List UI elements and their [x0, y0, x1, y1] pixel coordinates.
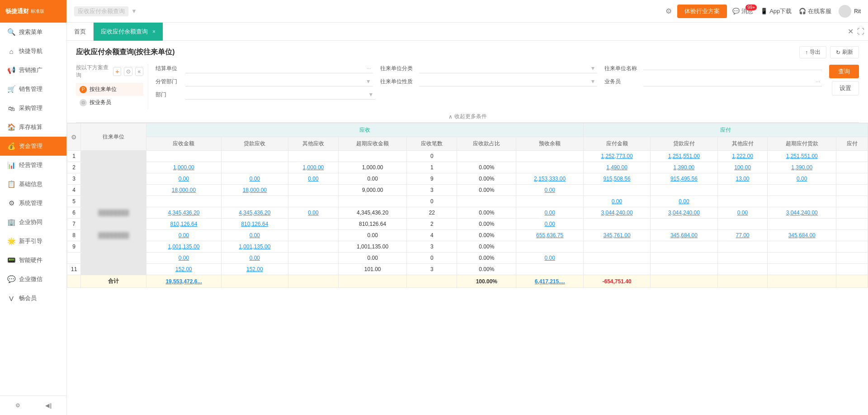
ar-loan[interactable]: 152.00	[221, 264, 288, 275]
add-scheme-btn[interactable]: +	[113, 67, 121, 76]
total-ar-amount[interactable]: 19,553,472,6...	[146, 275, 221, 288]
ar-amount[interactable]: 0.00	[146, 253, 221, 264]
ar-loan[interactable]: 1,001,135.00	[221, 241, 288, 253]
sidebar-item-operation[interactable]: 📊 经营管理	[0, 156, 66, 175]
partner-name-input[interactable]	[643, 67, 822, 70]
filter-partner-name: 往来单位名称	[604, 65, 822, 72]
ar-amount[interactable]: 152.00	[146, 264, 221, 275]
ar-prepaid[interactable]: 2,153,333.00	[516, 173, 583, 185]
partner-class-select[interactable]: ▼	[419, 64, 598, 73]
ar-loan[interactable]: 18,000.00	[221, 185, 288, 196]
tab-home[interactable]: 首页	[67, 23, 94, 41]
ap-amount[interactable]: 915,508.56	[583, 173, 650, 185]
ar-loan[interactable]: 0.00	[221, 253, 288, 264]
scheme-by-partner[interactable]: P 按往来单位	[76, 83, 143, 96]
ar-amount[interactable]: 810,126.64	[146, 219, 221, 230]
ap-other[interactable]: 100.00	[717, 162, 768, 173]
ar-prepaid[interactable]: 0.00	[516, 207, 583, 219]
dept-select[interactable]: ▼	[185, 77, 373, 86]
ap-loan[interactable]: 345,684.00	[651, 230, 717, 241]
ar-amount[interactable]: 18,000.00	[146, 185, 221, 196]
sidebar-item-corp[interactable]: 🏢 企业协同	[0, 213, 66, 232]
sidebar-item-guide[interactable]: 🌟 新手引导	[0, 232, 66, 251]
query-button[interactable]: 查询	[829, 65, 859, 78]
ap-overdue[interactable]: 3,044,240.00	[768, 207, 836, 219]
filter-fields: 结算单位 ··· 往来单位分类	[156, 64, 822, 109]
ar-amount[interactable]: 0.00	[146, 230, 221, 241]
ap-amount[interactable]: 0.00	[583, 196, 650, 207]
window-expand-btn[interactable]: ⛶	[857, 28, 864, 36]
sidebar-item-hardware[interactable]: 📟 智能硬件	[0, 251, 66, 270]
ar-prepaid[interactable]: 0.00	[516, 219, 583, 230]
ar-other[interactable]: 0.00	[288, 207, 339, 219]
ar-loan[interactable]: 810,126.64	[221, 219, 288, 230]
scheme-by-salesman[interactable]: ⊙ 按业务员	[76, 96, 143, 109]
ar-prepaid[interactable]: 0.00	[516, 185, 583, 196]
salesman-input[interactable]: ···	[643, 77, 822, 86]
ap-other[interactable]: 0.00	[717, 207, 768, 219]
sidebar-settings-btn[interactable]: ⚙	[4, 400, 33, 411]
ap-amount[interactable]: 345,761.00	[583, 230, 650, 241]
sidebar-item-marketing[interactable]: 📢 营销推广	[0, 61, 66, 80]
sidebar-item-search[interactable]: 🔍 搜索菜单	[0, 23, 66, 42]
message-btn[interactable]: 💬 消息 99+	[732, 7, 753, 15]
ar-other[interactable]: 0.00	[288, 173, 339, 185]
scheme-collapse-btn[interactable]: «	[135, 67, 143, 76]
ap-overdue[interactable]: 0.00	[768, 173, 836, 185]
sidebar-item-finance[interactable]: 💰 资金管理	[0, 137, 66, 156]
window-close-btn[interactable]: ✕	[848, 27, 854, 36]
ap-other[interactable]: 13.00	[717, 173, 768, 185]
ar-prepaid[interactable]: 0.00	[516, 253, 583, 264]
ap-overdue[interactable]: 1,251,551.00	[768, 151, 836, 162]
jiesuan-label: 结算单位	[156, 65, 183, 72]
export-button[interactable]: ↑ 导出	[799, 46, 826, 58]
ap-amount[interactable]: 1,252,773.00	[583, 151, 650, 162]
sidebar-collapse-btn[interactable]: ◀‖	[34, 400, 63, 411]
ar-amount[interactable]: 1,000.00	[146, 162, 221, 173]
scheme-settings-btn[interactable]: ⊙	[124, 67, 132, 76]
ap-amount[interactable]: 3,044,240.00	[583, 207, 650, 219]
sidebar-item-quick[interactable]: ⌂ 快捷导航	[0, 42, 66, 61]
trial-button[interactable]: 体验行业方案	[677, 5, 727, 18]
sidebar-item-basic[interactable]: 📋 基础信息	[0, 175, 66, 194]
sidebar-item-sales[interactable]: 🛒 销售管理	[0, 80, 66, 99]
ar-amount[interactable]: 4,345,436.20	[146, 207, 221, 219]
ap-overdue[interactable]: 345,684.00	[768, 230, 836, 241]
online-service-btn[interactable]: 🎧 在线客服	[799, 7, 831, 15]
ap-loan[interactable]: 1,390.00	[651, 162, 717, 173]
sidebar-item-purchase[interactable]: 🛍 采购管理	[0, 99, 66, 118]
ap-loan[interactable]: 1,251,551.00	[651, 151, 717, 162]
gear-icon[interactable]: ⚙	[665, 7, 672, 15]
tab-close-icon[interactable]: ×	[152, 29, 156, 35]
ar-amount[interactable]: 1,001,135.00	[146, 241, 221, 253]
sidebar-item-vip[interactable]: V 畅会员	[0, 289, 66, 308]
tab-ar-query[interactable]: 应收应付余额查询 ×	[94, 23, 163, 41]
ap-other[interactable]: 1,222.00	[717, 151, 768, 162]
ap-loan[interactable]: 0.00	[651, 196, 717, 207]
app-icon: 📱	[760, 8, 768, 14]
ar-amount[interactable]: 0.00	[146, 173, 221, 185]
ap-loan[interactable]: 915,495.56	[651, 173, 717, 185]
dept2-select[interactable]: ▼	[185, 90, 375, 100]
collapse-more-btn[interactable]: ∧ 收起更多条件	[76, 111, 859, 122]
ar-loan[interactable]: 4,345,436.20	[221, 207, 288, 219]
jiesuan-input[interactable]: ···	[185, 64, 373, 73]
sidebar-item-inventory[interactable]: 🏠 库存核算	[0, 118, 66, 137]
ar-other[interactable]: 1,000.00	[288, 162, 339, 173]
user-info[interactable]: Rit	[839, 5, 861, 18]
ap-loan[interactable]: 3,044,240.00	[651, 207, 717, 219]
total-ar-prepaid[interactable]: 6,417,215....	[516, 275, 583, 288]
ar-prepaid[interactable]: 655,636.75	[516, 230, 583, 241]
setting-button[interactable]: 设置	[832, 81, 859, 95]
app-download-btn[interactable]: 📱 App下载	[760, 7, 792, 15]
ar-loan[interactable]: 0.00	[221, 230, 288, 241]
ap-overdue[interactable]: 1,390.00	[768, 162, 836, 173]
refresh-button[interactable]: ↻ 刷新	[830, 46, 859, 58]
partner-nature-select[interactable]: ▼	[419, 77, 598, 86]
ap-amount[interactable]: 1,490.00	[583, 162, 650, 173]
ap-other[interactable]: 77.00	[717, 230, 768, 241]
ar-loan[interactable]: 0.00	[221, 173, 288, 185]
sidebar-item-wechat[interactable]: 💬 企业微信	[0, 270, 66, 289]
table-settings-icon[interactable]: ⚙	[71, 134, 77, 141]
sidebar-item-system[interactable]: ⚙ 系统管理	[0, 194, 66, 213]
